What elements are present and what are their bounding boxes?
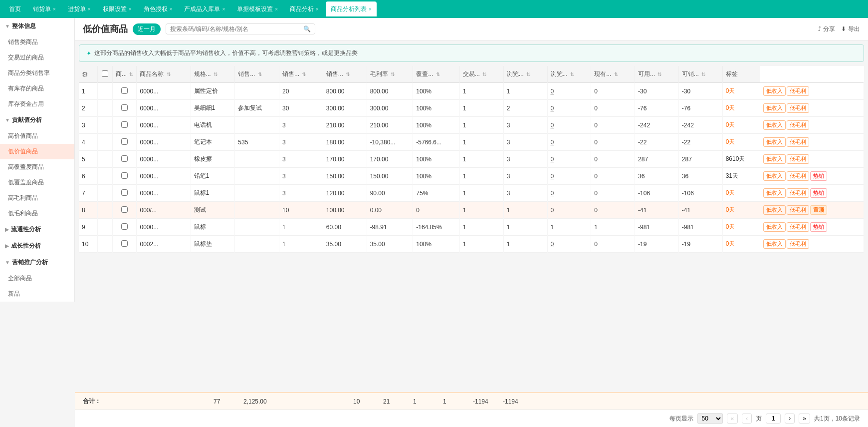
browse-link-6[interactable]: 0 [551, 190, 554, 197]
sidebar-item-1-5[interactable]: 低毛利商品 [0, 206, 74, 221]
th-sales-avg[interactable]: 销售... ⇅ [323, 66, 367, 83]
sidebar-item-0-4[interactable]: 库存资金占用 [0, 96, 74, 112]
cell-browse1[interactable]: 0 [547, 185, 591, 202]
cell-browse1[interactable]: 0 [547, 151, 591, 168]
nav-tab-5[interactable]: 产成品入库单× [179, 1, 230, 16]
cell-browse1[interactable]: 0 [547, 100, 591, 117]
next-page-btn[interactable]: › [785, 414, 795, 424]
browse-link-7[interactable]: 0 [551, 207, 554, 214]
sidebar-item-0-1[interactable]: 交易过的商品 [0, 50, 74, 65]
th-coverage[interactable]: 覆盖... ⇅ [413, 66, 460, 83]
th-spec[interactable]: 规格... ⇅ [191, 66, 235, 83]
th-code[interactable]: 商... ⇅ [113, 66, 137, 83]
sidebar-item-1-0[interactable]: 高价值商品 [0, 128, 74, 144]
row-checkbox-1[interactable] [121, 104, 128, 111]
prev-page-btn[interactable]: ‹ [742, 414, 752, 424]
th-trade[interactable]: 交易... ⇅ [459, 66, 503, 83]
cell-browse1[interactable]: 0 [547, 202, 591, 219]
sidebar-section-4[interactable]: ▼营销推广分析 [0, 254, 74, 271]
browse-link-1[interactable]: 0 [551, 105, 554, 112]
sidebar-item-4-1[interactable]: 新品 [0, 286, 74, 302]
sidebar-section-0[interactable]: ▼整体信息 [0, 18, 74, 34]
th-current-stock[interactable]: 现有... ⇅ [591, 66, 635, 83]
browse-link-0[interactable]: 0 [551, 88, 554, 95]
per-page-select[interactable]: 50 100 [697, 413, 723, 424]
cell-browse1[interactable]: 0 [547, 134, 591, 151]
th-browse1[interactable]: 浏览... ⇅ [503, 66, 547, 83]
browse-link-4[interactable]: 0 [551, 156, 554, 163]
nav-tab-close-2[interactable]: × [88, 6, 91, 12]
row-checkbox-9[interactable] [121, 240, 128, 247]
sidebar-item-0-3[interactable]: 有库存的商品 [0, 81, 74, 96]
sidebar-item-1-2[interactable]: 高覆盖度商品 [0, 159, 74, 175]
filter-button[interactable]: 近一月 [133, 23, 161, 35]
nav-tab-close-3[interactable]: × [129, 6, 132, 12]
th-available[interactable]: 可用... ⇅ [635, 66, 679, 83]
search-input[interactable] [170, 25, 301, 32]
nav-tab-8[interactable]: 商品分析列表× [326, 1, 377, 16]
nav-tab-4[interactable]: 角色授权× [139, 1, 178, 16]
row-checkbox-7[interactable] [121, 206, 128, 213]
row-checkbox-6[interactable] [121, 189, 128, 196]
select-all-checkbox[interactable] [102, 70, 108, 77]
th-sales-qty[interactable]: 销售... ⇅ [235, 66, 279, 83]
browse-link-2[interactable]: 0 [551, 122, 554, 129]
nav-tab-close-5[interactable]: × [222, 6, 225, 12]
nav-tab-0[interactable]: 首页 [4, 1, 26, 16]
sidebar-section-2[interactable]: ▶流通性分析 [0, 221, 74, 238]
browse-link-3[interactable]: 0 [551, 139, 554, 146]
sidebar-item-1-4[interactable]: 高毛利商品 [0, 190, 74, 206]
th-tags: 标签 [722, 66, 760, 83]
page-input[interactable] [766, 414, 781, 424]
sidebar-section-3[interactable]: ▶成长性分析 [0, 238, 74, 254]
cell-sales-qty: 3 [279, 168, 323, 185]
th-name[interactable]: 商品名称 ⇅ [137, 66, 191, 83]
info-bar: ✦ 这部分商品的销售收入大幅低于商品平均销售收入，价值不高，可考虑调整营销策略，… [79, 44, 864, 62]
cell-browse1[interactable]: 0 [547, 236, 591, 253]
th-margin[interactable]: 毛利率 ⇅ [367, 66, 413, 83]
row-checkbox-4[interactable] [121, 155, 128, 162]
nav-tab-6[interactable]: 单据模板设置× [232, 1, 283, 16]
cell-browse1[interactable]: 0 [547, 168, 591, 185]
nav-tab-2[interactable]: 进货单× [63, 1, 96, 16]
cell-name: 鼠标1 [191, 185, 235, 202]
row-checkbox-3[interactable] [121, 138, 128, 145]
nav-tab-7[interactable]: 商品分析× [285, 1, 324, 16]
cell-browse1[interactable]: 0 [547, 117, 591, 134]
table-container[interactable]: ⚙ 商... ⇅ 商品名称 ⇅ 规格... ⇅ 销售... ⇅ 销售... ⇅ … [75, 66, 868, 392]
sidebar-item-0-2[interactable]: 商品分类销售率 [0, 65, 74, 81]
nav-tab-close-8[interactable]: × [369, 6, 372, 12]
row-checkbox-2[interactable] [121, 121, 128, 128]
th-settings[interactable]: ⚙ [79, 66, 98, 83]
cell-browse1[interactable]: 0 [547, 83, 591, 100]
nav-tab-1[interactable]: 销货单× [28, 1, 61, 16]
nav-tab-close-7[interactable]: × [316, 6, 319, 12]
nav-tab-3[interactable]: 权限设置× [98, 1, 137, 16]
nav-tab-close-1[interactable]: × [53, 6, 56, 12]
th-saleable[interactable]: 可销... ⇅ [678, 66, 722, 83]
sidebar-section-1[interactable]: ▼贡献值分析 [0, 112, 74, 128]
nav-tab-close-6[interactable]: × [275, 6, 278, 12]
browse-link-9[interactable]: 0 [551, 241, 554, 248]
cell-name: 橡皮擦 [191, 151, 235, 168]
th-browse2[interactable]: 浏览... ⇅ [547, 66, 591, 83]
th-sales-amount[interactable]: 销售... ⇅ [279, 66, 323, 83]
share-button[interactable]: ⤴ 分享 [818, 25, 835, 33]
cell-margin: 100% [413, 83, 460, 100]
cell-saleable: 0天 [722, 100, 760, 117]
sidebar-item-1-3[interactable]: 低覆盖度商品 [0, 175, 74, 190]
sidebar-item-1-1[interactable]: 低价值商品 [0, 144, 74, 159]
browse-link-5[interactable]: 0 [551, 173, 554, 180]
cell-browse1[interactable]: 1 [547, 219, 591, 236]
row-checkbox-0[interactable] [121, 87, 128, 94]
row-checkbox-5[interactable] [121, 172, 128, 179]
browse-link-8[interactable]: 1 [551, 224, 554, 231]
nav-tab-close-4[interactable]: × [170, 6, 173, 12]
row-checkbox-8[interactable] [121, 223, 128, 230]
sidebar-item-4-0[interactable]: 全部商品 [0, 271, 74, 286]
sidebar-item-0-0[interactable]: 销售类商品 [0, 34, 74, 50]
export-button[interactable]: ⬇ 导出 [841, 25, 860, 33]
last-page-btn[interactable]: » [799, 414, 810, 424]
cell-num: 1 [79, 83, 98, 100]
first-page-btn[interactable]: « [727, 414, 738, 424]
